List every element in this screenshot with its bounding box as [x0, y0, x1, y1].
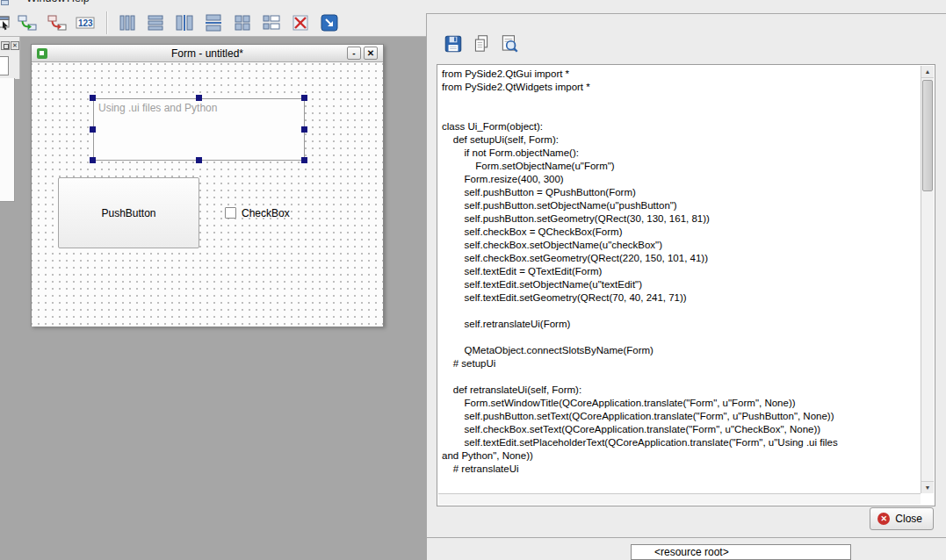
break-layout-button[interactable] — [288, 11, 313, 35]
break-layout-icon — [291, 13, 310, 32]
menu-icon — [1, 0, 9, 5]
close-icon: ✕ — [877, 513, 890, 525]
menubar: Window Help — [0, 0, 264, 6]
form-window-title: Form - untitled* — [171, 47, 243, 60]
textedit-placeholder: Using .ui files and Python — [94, 99, 304, 117]
checkbox-indicator — [225, 207, 236, 219]
scrollbar-thumb[interactable] — [922, 80, 933, 191]
menu-window[interactable]: Window — [26, 0, 65, 4]
form-window-titlebar[interactable]: Form - untitled* - ✕ — [32, 45, 383, 62]
layout-vertical-icon — [146, 13, 165, 32]
selection-handle-top-right[interactable] — [301, 95, 307, 101]
code-viewport: from PySide2.QtGui import * from PySide2… — [438, 66, 921, 493]
edit-signals-slots-button[interactable] — [15, 11, 40, 35]
menu-help[interactable]: Help — [67, 0, 90, 4]
selection-handle-top-left[interactable] — [90, 95, 96, 101]
edit-tab-order-icon: 123 — [76, 13, 95, 32]
edit-buddies-button[interactable] — [45, 11, 69, 35]
adjust-size-icon — [320, 13, 339, 32]
close-button-label: Close — [895, 513, 922, 525]
arrow-down-icon: ▼ — [925, 485, 931, 491]
pushbutton-label: PushButton — [101, 207, 155, 219]
code-editor: from PySide2.QtGui import * from PySide2… — [437, 64, 935, 506]
save-icon — [443, 33, 464, 54]
qt-designer-screen: Window Help — [0, 0, 946, 560]
selection-handle-bottom-middle[interactable] — [196, 157, 202, 163]
scroll-down-button[interactable]: ▼ — [921, 481, 934, 493]
toolbar-separator — [106, 11, 107, 34]
dock-float-button[interactable] — [1, 41, 10, 50]
layout-vertical-splitter-button[interactable] — [201, 11, 226, 35]
checkbox-widget[interactable]: CheckBox — [225, 195, 314, 231]
code-preview-dialog: from PySide2.QtGui import * from PySide2… — [426, 13, 946, 538]
form-editor-window: Form - untitled* - ✕ Using .ui files and… — [31, 44, 384, 327]
layout-horizontal-splitter-button[interactable] — [172, 11, 197, 35]
layout-horizontal-button[interactable] — [115, 11, 140, 35]
pushbutton-widget[interactable]: PushButton — [58, 177, 199, 248]
copy-icon — [471, 33, 492, 54]
layout-horizontal-splitter-icon — [175, 13, 194, 32]
close-button[interactable]: ✕ Close — [870, 507, 934, 530]
edit-signals-slots-icon — [18, 13, 37, 32]
vertical-scrollbar[interactable]: ▲ ▼ — [921, 66, 934, 493]
layout-horizontal-icon — [118, 13, 137, 32]
code-text[interactable]: from PySide2.QtGui import * from PySide2… — [438, 66, 921, 477]
dock-close-button[interactable]: ✕ — [11, 41, 19, 50]
form-window-icon — [37, 48, 47, 59]
form-minimize-button[interactable]: - — [347, 47, 361, 60]
selection-handle-bottom-right[interactable] — [301, 157, 307, 163]
selection-handle-bottom-left[interactable] — [90, 157, 96, 163]
edit-tab-order-button[interactable]: 123 — [73, 11, 97, 35]
edit-buddies-icon — [47, 13, 67, 32]
save-button[interactable] — [442, 32, 465, 55]
textedit-widget[interactable]: Using .ui files and Python — [93, 98, 305, 161]
layout-vertical-button[interactable] — [143, 11, 168, 35]
adjust-size-button[interactable] — [317, 11, 342, 35]
selection-handle-middle-left[interactable] — [90, 126, 96, 133]
svg-text:123: 123 — [78, 18, 93, 28]
selection-handle-middle-right[interactable] — [301, 126, 307, 133]
scroll-up-button[interactable]: ▲ — [921, 66, 934, 78]
form-close-button[interactable]: ✕ — [364, 47, 378, 60]
dock-close-icon: ✕ — [12, 42, 18, 48]
layout-grid-button[interactable] — [230, 11, 255, 35]
layout-grid-icon — [233, 13, 252, 32]
widgetbox-list — [0, 78, 15, 202]
find-button[interactable] — [498, 32, 521, 55]
find-icon — [499, 33, 520, 54]
layout-form-button[interactable] — [259, 11, 284, 35]
horizontal-scrollbar[interactable] — [438, 493, 921, 505]
checkbox-label: CheckBox — [242, 207, 290, 219]
resource-root-item[interactable]: <resource root> — [631, 544, 851, 560]
form-canvas: Using .ui files and Python PushButton Ch… — [32, 63, 383, 327]
selection-handle-top-middle[interactable] — [196, 95, 202, 101]
edit-widgets-icon — [0, 13, 11, 32]
copy-button[interactable] — [470, 32, 493, 55]
arrow-up-icon: ▲ — [925, 68, 931, 75]
edit-widgets-button[interactable] — [0, 11, 14, 35]
widgetbox-filter-input[interactable] — [0, 56, 9, 75]
layout-vertical-splitter-icon — [204, 13, 223, 32]
layout-form-icon — [262, 13, 281, 32]
